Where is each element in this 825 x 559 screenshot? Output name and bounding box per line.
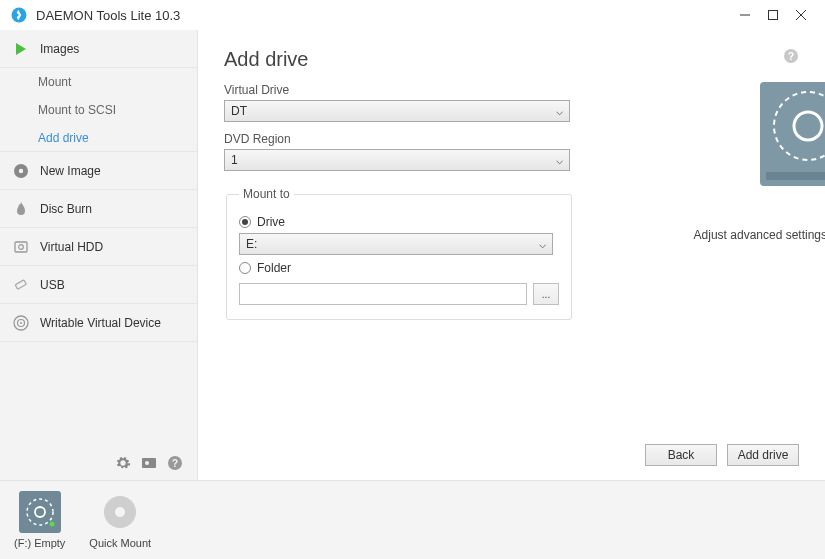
dvd-region-select[interactable]: 1 ⌵ [224, 149, 570, 171]
quick-mount-icon [99, 491, 141, 533]
chevron-down-icon: ⌵ [556, 153, 563, 167]
sidebar-item-disc-burn[interactable]: Disc Burn [0, 190, 197, 228]
svg-point-8 [19, 244, 24, 249]
svg-point-26 [49, 522, 54, 527]
virtual-drive-select[interactable]: DT ⌵ [224, 100, 570, 122]
svg-point-6 [19, 168, 23, 172]
svg-rect-9 [15, 279, 26, 288]
mount-to-drive-radio[interactable]: Drive [239, 215, 559, 229]
app-logo-icon [10, 6, 28, 24]
mount-to-folder-radio[interactable]: Folder [239, 261, 559, 275]
virtual-drive-value: DT [231, 104, 247, 118]
svg-rect-7 [15, 242, 27, 252]
drive-letter-value: E: [246, 237, 257, 251]
play-icon [12, 40, 30, 58]
sidebar-item-label: Writable Virtual Device [40, 316, 161, 330]
sidebar-item-label: Add drive [38, 131, 89, 145]
folder-path-input[interactable] [239, 283, 527, 305]
info-panel: Adjust advanced settings for the new dri… [628, 76, 825, 242]
sidebar-item-label: Virtual HDD [40, 240, 103, 254]
disc-icon [12, 162, 30, 180]
sidebar-item-mount[interactable]: Mount [0, 68, 197, 96]
sidebar-item-label: Mount [38, 75, 71, 89]
mount-to-group: Mount to Drive E: ⌵ Folder ... [226, 187, 572, 320]
svg-point-14 [145, 461, 149, 465]
sidebar-footer: ? [0, 446, 197, 480]
maximize-button[interactable] [759, 5, 787, 25]
svg-rect-2 [769, 11, 778, 20]
radio-icon [239, 262, 251, 274]
chevron-down-icon: ⌵ [539, 237, 546, 251]
sidebar-item-mount-scsi[interactable]: Mount to SCSI [0, 96, 197, 124]
hdd-icon [12, 238, 30, 256]
svg-point-12 [20, 322, 22, 324]
back-button[interactable]: Back [645, 444, 717, 466]
drive-letter-select[interactable]: E: ⌵ [239, 233, 553, 255]
sidebar-item-usb[interactable]: USB [0, 266, 197, 304]
main-area: Images Mount Mount to SCSI Add drive New… [0, 30, 825, 480]
browse-label: ... [542, 289, 550, 300]
dock-drive-f[interactable]: (F:) Empty [14, 491, 65, 549]
svg-point-25 [35, 507, 45, 517]
mount-to-folder-label: Folder [257, 261, 291, 275]
mount-to-drive-label: Drive [257, 215, 285, 229]
bottom-dock: (F:) Empty Quick Mount [0, 480, 825, 559]
sidebar-item-virtual-hdd[interactable]: Virtual HDD [0, 228, 197, 266]
chevron-down-icon: ⌵ [556, 104, 563, 118]
back-label: Back [668, 448, 695, 462]
sidebar-item-label: Disc Burn [40, 202, 92, 216]
svg-text:?: ? [172, 458, 178, 469]
window-title: DAEMON Tools Lite 10.3 [36, 8, 180, 23]
usb-icon [12, 276, 30, 294]
sidebar-item-images[interactable]: Images [0, 30, 197, 68]
dvd-region-value: 1 [231, 153, 238, 167]
sidebar-item-add-drive[interactable]: Add drive [0, 124, 197, 152]
info-caption: Adjust advanced settings for the new dri… [628, 228, 825, 242]
sidebar-item-new-image[interactable]: New Image [0, 152, 197, 190]
contact-icon[interactable] [141, 455, 157, 471]
title-bar: DAEMON Tools Lite 10.3 [0, 0, 825, 30]
svg-rect-19 [760, 82, 825, 186]
page-heading: Add drive [224, 48, 799, 71]
sidebar: Images Mount Mount to SCSI Add drive New… [0, 30, 198, 480]
dock-label: (F:) Empty [14, 537, 65, 549]
sidebar-item-writable-virtual-device[interactable]: Writable Virtual Device [0, 304, 197, 342]
add-drive-button[interactable]: Add drive [727, 444, 799, 466]
button-bar: Back Add drive [645, 444, 799, 466]
flame-icon [12, 200, 30, 218]
sidebar-item-label: Images [40, 42, 79, 56]
writable-disc-icon [12, 314, 30, 332]
help-icon[interactable]: ? [167, 455, 183, 471]
svg-rect-23 [766, 172, 825, 180]
close-button[interactable] [787, 5, 815, 25]
svg-point-24 [27, 499, 53, 525]
dock-label: Quick Mount [89, 537, 151, 549]
dock-quick-mount[interactable]: Quick Mount [89, 491, 151, 549]
drive-illustration-icon [754, 76, 825, 192]
svg-text:?: ? [788, 51, 794, 62]
drive-empty-icon [19, 491, 61, 533]
gear-icon[interactable] [115, 455, 131, 471]
help-icon[interactable]: ? [783, 48, 799, 67]
sidebar-item-label: Mount to SCSI [38, 103, 116, 117]
sidebar-item-label: USB [40, 278, 65, 292]
mount-to-legend: Mount to [239, 187, 294, 201]
content-panel: ? Add drive Virtual Drive DT ⌵ DVD Regio… [198, 30, 825, 480]
minimize-button[interactable] [731, 5, 759, 25]
radio-icon [239, 216, 251, 228]
sidebar-item-label: New Image [40, 164, 101, 178]
add-drive-label: Add drive [738, 448, 789, 462]
svg-point-28 [115, 507, 125, 517]
browse-button[interactable]: ... [533, 283, 559, 305]
